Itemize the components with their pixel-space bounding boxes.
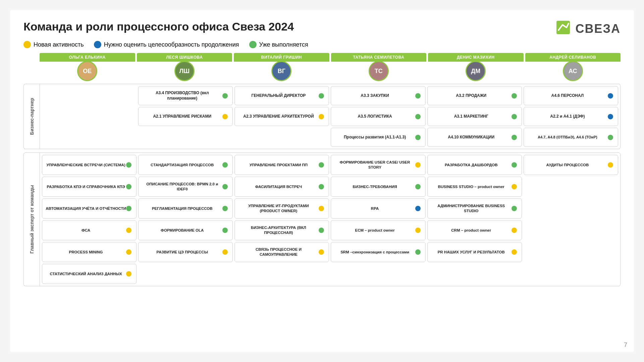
bp-card-riski-dot	[222, 114, 228, 119]
ge-card-meetings-dot	[126, 162, 131, 168]
ge-card-reglament-dot	[222, 206, 228, 211]
bp-card-kommunikacii: А4.10 КОММУНИКАЦИИ	[427, 128, 522, 147]
bp-card-def: А2.2 и А4.1 (ДЭФ)	[524, 107, 618, 126]
person-col-2: ВИТАЛИЙ ГРИШИН ВГ	[234, 53, 329, 81]
bp-card-marketing-dot	[512, 114, 517, 119]
ge-card-statistic-dot	[126, 271, 131, 277]
ge-card-pr: PR НАШИХ УСЛУГ И РЕЗУЛЬТАТОВ	[427, 242, 522, 262]
bp-card-director-dot	[319, 93, 324, 99]
ge-card-automation-dot	[126, 206, 131, 211]
ge-card-bizarch-dot	[319, 228, 324, 233]
ge-card-biztreb: БИЗНЕС-ТРЕБОВАНИЯ	[331, 177, 425, 197]
ge-card-ecm-dot	[415, 228, 421, 233]
ge-card-kpe-dot	[126, 184, 131, 189]
ge-card-dashboards-dot	[512, 162, 517, 168]
legend-blue: Нужно оценить целесообразность продолжен…	[94, 41, 239, 48]
bp-card-arch: А2.3 УПРАВЛЕНИЕ АРХИТЕКТУРОЙ	[234, 107, 329, 126]
ge-card-razvitie-dot	[222, 249, 228, 255]
ge-card-bizstudio-dot	[512, 184, 517, 189]
bp-card-prodazhi-dot	[512, 93, 517, 99]
ge-card-fasilitaciya: ФАСИЛИТАЦИЯ ВСТРЕЧ	[234, 177, 329, 197]
ge-card-svyaz: СВЯЗЬ ПРОЦЕССНОЕ И САМОУПРАВЛЕНИЕ	[234, 242, 329, 262]
bp-card-director: ГЕНЕРАЛЬНЫЙ ДИРЕКТОР	[234, 86, 329, 105]
bp-card-zakupki-dot	[415, 93, 421, 99]
person-col-0: ОЛЬГА ЕЛЬКИНА ОЕ	[40, 53, 135, 81]
bp-card-razvitie-dot	[415, 135, 421, 140]
ge-card-reglament: РЕГЛАМЕНТАЦИЯ ПРОЦЕССОВ	[138, 198, 233, 219]
ge-card-fsa: ФСА	[42, 220, 137, 240]
ge-card-standardization: СТАНДАРТИЗАЦИЯ ПРОЦЕССОВ	[138, 155, 233, 175]
bp-card-riski: А2.1 УПРАВЛЕНИЕ РИСКАМИ	[138, 107, 233, 126]
ge-card-rpa: RPA	[331, 198, 425, 219]
avatar-4: ДМ	[466, 61, 486, 81]
avatar-2: ВГ	[271, 61, 291, 81]
ge-card-bpmn: ОПИСАНИЕ ПРОЦЕССОВ: BPMN 2.0 и IDEF0	[138, 177, 233, 197]
ge-card-bizstudio: BUSINESS STUDIO – product owner	[427, 177, 522, 197]
ge-card-empty-r2c6	[524, 177, 618, 197]
ge-card-fasilitaciya-dot	[319, 184, 324, 189]
ge-card-ola: ФОРМИРОВАНИЕ OLA	[138, 220, 233, 240]
bp-card-logistika: А3.5 ЛОГИСТИКА	[331, 107, 425, 126]
ge-card-rpa-dot	[415, 206, 421, 211]
ge-card-empty-r3c6	[524, 198, 618, 219]
ge-card-statistic: СТАТИСТИЧЕСКИЙ АНАЛИЗ ДАННЫХ	[42, 264, 137, 284]
ge-card-processmining-dot	[126, 249, 131, 255]
blue-dot	[94, 41, 101, 48]
ge-card-projects-dot	[319, 162, 324, 168]
bp-card-personal: А4.6 ПЕРСОНАЛ	[524, 86, 618, 105]
ge-card-meetings: УПРАВЛЕНЧЕСКИЕ ВСТРЕЧИ (СИСТЕМА)	[42, 155, 137, 175]
ge-card-crm-dot	[512, 228, 517, 233]
bp-card-logistika-dot	[415, 114, 421, 119]
legend: Новая активность Нужно оценить целесообр…	[23, 41, 621, 48]
yellow-dot	[23, 41, 31, 48]
ge-card-projects: УПРАВЛЕНИЕ ПРОЕКТАМИ ПП	[234, 155, 329, 175]
ge-card-dashboards: РАЗРАБОТКА ДАШБОРДОВ	[427, 155, 522, 175]
ge-card-ola-dot	[222, 228, 228, 233]
bp-card-otpbie-dot	[608, 135, 613, 140]
ge-card-ecm: ECM – product owner	[331, 220, 425, 240]
avatar-5: АС	[563, 61, 583, 81]
ge-card-razvitie: РАЗВИТИЕ ЦЭ ПРОЦЕССЫ	[138, 242, 233, 262]
bp-card-personal-dot	[608, 93, 613, 99]
ge-section-label: Главный эксперт от команды	[23, 153, 40, 286]
person-col-5: АНДРЕЙ СЕЛИВАНОВ АС	[525, 53, 621, 81]
logo: СВЕЗА	[556, 20, 621, 38]
bp-card-zakupki: А3.3 ЗАКУПКИ	[331, 86, 425, 105]
person-col-3: ТАТЬЯНА СЕМИЛЕТОВА ТС	[331, 53, 427, 81]
legend-yellow: Новая активность	[23, 41, 84, 48]
avatar-3: ТС	[369, 61, 389, 81]
bp-card-marketing: А3.1 МАРКЕТИНГ	[427, 107, 522, 126]
logo-icon	[556, 20, 571, 38]
ge-card-fsa-dot	[126, 228, 131, 233]
bp-card-def-dot	[608, 114, 613, 119]
avatar-1: ЛШ	[174, 61, 195, 81]
bp-card-otpbie: А4.7, А4.8 (ОТПБиЭ), А4.6 (ТОиР)	[524, 128, 618, 147]
page-title: Команда и роли процессного офиса Свеза 2…	[23, 20, 294, 33]
ge-card-pr-dot	[512, 249, 517, 255]
ge-card-itprod: УПРАВЛЕНИЕ ИТ-ПРОДУКТАМИ (PRODUCT OWNER)	[234, 198, 329, 219]
person-col-4: ДЕНИС МАЗИХИН ДМ	[428, 53, 524, 81]
ge-card-automation: АВТОМАТИЗАЦИЯ УЧЁТА И ОТЧЁТНОСТИ	[42, 198, 137, 219]
ge-card-adminbs: АДМИНИСТРИРОВАНИЕ BUSINESS STUDIO	[427, 198, 522, 219]
legend-green: Уже выполняется	[249, 41, 308, 48]
ge-card-bizarch: БИЗНЕС-АРХИТЕКТУРА (ВКЛ ПРОЦЕССНАЯ)	[234, 220, 329, 240]
ge-card-processmining: PROCESS MINING	[42, 242, 137, 262]
svg-rect-0	[556, 21, 570, 34]
ge-card-srm: SRM –синхронизация с процессами	[331, 242, 425, 262]
bp-card-production: А3.4 ПРОИЗВОДСТВО (вкл планирование)	[138, 86, 233, 105]
ge-card-standardization-dot	[222, 162, 228, 168]
ge-card-srm-dot	[415, 249, 421, 255]
bp-card-production-dot	[222, 93, 228, 99]
ge-card-crm: CRM – product owner	[427, 220, 522, 240]
bp-section-label: Бизнес-партнер	[23, 84, 40, 149]
bp-card-prodazhi: А3.2 ПРОДАЖИ	[427, 86, 522, 105]
ge-card-biztreb-dot	[415, 184, 421, 189]
person-col-1: ЛЕСЯ ШИШКОВА ЛШ	[137, 53, 232, 81]
ge-card-bpmn-dot	[222, 184, 228, 189]
ge-card-usercase-dot	[415, 162, 421, 168]
green-dot	[249, 41, 257, 48]
avatar-0: ОЕ	[77, 61, 97, 81]
page-number: 7	[624, 342, 627, 349]
bp-card-razvitie: Процессы развития (А1.1-А1.3)	[331, 128, 425, 147]
ge-card-itprod-dot	[319, 206, 324, 211]
